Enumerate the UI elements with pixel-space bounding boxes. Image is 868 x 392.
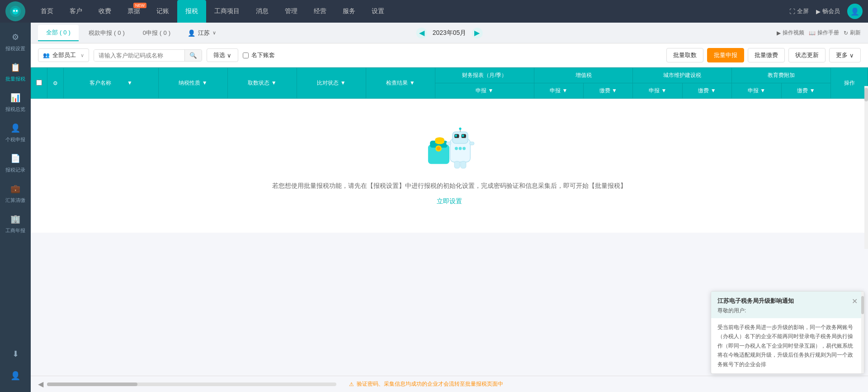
- sidebar-download[interactable]: ⬇: [0, 343, 31, 365]
- person-region-icon: 👤: [188, 29, 195, 37]
- nav-message[interactable]: 消息: [248, 0, 277, 23]
- tab-tax-declare[interactable]: 税款申报 ( 0 ): [80, 25, 133, 41]
- svg-rect-23: [454, 161, 460, 168]
- region-selector[interactable]: 👤 江苏 ∨: [188, 29, 216, 37]
- batch-fetch-btn[interactable]: 批量取数: [666, 48, 703, 62]
- sidebar-item-tax-overview[interactable]: 📊 报税总览: [0, 87, 31, 117]
- video-icon: ▶: [777, 30, 781, 36]
- empty-state: 若您想使用批量报税功能，请先在【报税设置】中进行报税的初始化设置，完成密码验证和…: [31, 99, 868, 233]
- scroll-left-arrow[interactable]: ◀: [38, 380, 43, 388]
- fetch-filter-icon[interactable]: ▼: [271, 80, 277, 86]
- th-client-name: 客户名称 申报 ▼: [64, 68, 159, 99]
- notification-title: 江苏电子税务局升级影响通知: [717, 297, 794, 305]
- annual-report-icon: 🏢: [9, 213, 22, 225]
- robot-illustration: [422, 126, 476, 171]
- nav-home[interactable]: 首页: [33, 0, 61, 23]
- top-navigation: 首页 客户 收费 票据 NEW 记账 报税 工商项目 消息 管理 经营 服务 设…: [0, 0, 868, 23]
- nav-client[interactable]: 客户: [61, 0, 90, 23]
- sidebar-item-annual-report[interactable]: 🏢 工商年报: [0, 208, 31, 239]
- compare-filter-icon[interactable]: ▼: [340, 80, 346, 86]
- fullscreen-icon: ⛶: [789, 8, 795, 15]
- vertical-scroll-thumb[interactable]: [864, 88, 868, 101]
- client-filter-icon[interactable]: ▼: [127, 80, 132, 86]
- svg-point-9: [435, 137, 444, 142]
- user-icon: 👤: [9, 369, 22, 382]
- account-checkbox-label[interactable]: 名下账套: [243, 51, 275, 59]
- notification-scroll-thumb[interactable]: [861, 296, 864, 314]
- financial-declare-filter[interactable]: ▼: [488, 87, 494, 94]
- notification-close-btn[interactable]: ✕: [852, 297, 858, 306]
- data-table-wrapper: ⚙ 客户名称 申报 ▼ 纳税性质 ▼ 取数状态 ▼: [31, 67, 868, 233]
- date-navigation: ◀ 2023年05月 ▶: [416, 28, 483, 38]
- svg-point-17: [459, 128, 461, 130]
- edu-pay-filter[interactable]: ▼: [810, 87, 815, 94]
- data-table: ⚙ 客户名称 申报 ▼ 纳税性质 ▼ 取数状态 ▼: [31, 67, 868, 233]
- sidebar-item-settlement[interactable]: 💼 汇算清缴: [0, 178, 31, 208]
- employee-icon: 👥: [43, 52, 50, 58]
- tab-zero-declare[interactable]: 0申报 ( 0 ): [135, 25, 179, 41]
- tab-group: 全部 ( 0 ) 税款申报 ( 0 ) 0申报 ( 0 ) 👤 江苏 ∨: [38, 25, 216, 41]
- employee-select[interactable]: 👥 全部员工 ∨: [38, 48, 89, 62]
- sidebar-item-personal-tax[interactable]: 👤 个税申报: [0, 117, 31, 148]
- operation-video-btn[interactable]: ▶ 操作视频: [777, 29, 804, 37]
- refresh-btn[interactable]: ↻ 刷新: [844, 29, 861, 37]
- sidebar-item-tax-settings[interactable]: ⚙ 报税设置: [0, 26, 31, 57]
- nav-business[interactable]: 工商项目: [206, 0, 248, 23]
- refresh-icon: ↻: [844, 30, 848, 36]
- date-prev-btn[interactable]: ◀: [416, 28, 427, 38]
- sidebar-item-batch-tax[interactable]: 📋 批量报税: [0, 57, 31, 87]
- batch-declare-btn[interactable]: 批量申报: [707, 48, 744, 62]
- check-filter-icon[interactable]: ▼: [410, 80, 415, 86]
- date-next-btn[interactable]: ▶: [472, 28, 482, 38]
- nav-tax[interactable]: 报税: [177, 0, 206, 23]
- nav-billing[interactable]: 收费: [90, 0, 119, 23]
- nav-service[interactable]: 服务: [335, 0, 363, 23]
- gear-icon[interactable]: ⚙: [53, 80, 58, 86]
- nav-items: 首页 客户 收费 票据 NEW 记账 报税 工商项目 消息 管理 经营 服务 设…: [33, 0, 789, 23]
- tab-all[interactable]: 全部 ( 0 ): [38, 25, 79, 41]
- tax-type-filter-icon[interactable]: ▼: [202, 80, 208, 86]
- batch-tax-icon: 📋: [9, 61, 22, 74]
- svg-point-20: [455, 147, 458, 150]
- search-button[interactable]: 🔍: [184, 50, 202, 61]
- nav-settings[interactable]: 设置: [363, 0, 392, 23]
- main-content: 全部 ( 0 ) 税款申报 ( 0 ) 0申报 ( 0 ) 👤 江苏 ∨: [31, 23, 868, 392]
- th-tax-type: 纳税性质 ▼: [158, 68, 227, 99]
- setup-link[interactable]: 立即设置: [437, 197, 462, 206]
- nav-invoice[interactable]: 票据 NEW: [119, 0, 148, 23]
- nav-operation[interactable]: 经营: [306, 0, 335, 23]
- nav-management[interactable]: 管理: [277, 0, 306, 23]
- edu-declare-filter[interactable]: ▼: [760, 87, 765, 94]
- sidebar-bottom: ⬇ 👤: [0, 343, 31, 392]
- horizontal-scroll-track[interactable]: [47, 382, 336, 386]
- th-compare-status: 比对状态 ▼: [297, 68, 366, 99]
- filter-button[interactable]: 筛选 ∨: [207, 48, 238, 62]
- member-btn[interactable]: ▶ 畅会员: [816, 7, 840, 15]
- user-avatar[interactable]: 👤: [847, 4, 863, 19]
- th-education-surcharge: 教育费附加: [732, 68, 831, 83]
- fullscreen-btn[interactable]: ⛶ 全屏: [789, 7, 809, 15]
- batch-pay-btn[interactable]: 批量缴费: [748, 48, 785, 62]
- select-all-checkbox[interactable]: [36, 80, 42, 86]
- status-update-btn[interactable]: 状态更新: [788, 48, 826, 62]
- vat-pay-filter[interactable]: ▼: [612, 87, 617, 94]
- urban-declare-filter[interactable]: ▼: [661, 87, 666, 94]
- horizontal-scroll-thumb[interactable]: [47, 382, 137, 386]
- svg-rect-19: [470, 142, 474, 145]
- notification-scrollbar[interactable]: [861, 292, 864, 373]
- sidebar-user[interactable]: 👤: [0, 365, 31, 387]
- search-input[interactable]: [94, 50, 184, 61]
- more-btn[interactable]: 更多 ∨: [829, 48, 861, 62]
- vertical-scrollbar[interactable]: [864, 86, 868, 249]
- th-financial-report: 财务报表（月/季）: [435, 68, 534, 83]
- operation-manual-btn[interactable]: 📖 操作手册: [809, 29, 839, 37]
- manual-icon: 📖: [809, 30, 816, 36]
- vat-declare-filter[interactable]: ▼: [562, 87, 568, 94]
- nav-accounting[interactable]: 记账: [148, 0, 177, 23]
- urban-pay-filter[interactable]: ▼: [711, 87, 716, 94]
- sidebar-item-tax-records[interactable]: 📄 报税记录: [0, 148, 31, 178]
- member-icon: ▶: [816, 8, 821, 15]
- notification-header: 江苏电子税务局升级影响通知 尊敬的用户: ✕: [711, 292, 864, 318]
- th-check-result: 检查结果 ▼: [366, 68, 435, 99]
- account-checkbox[interactable]: [243, 53, 249, 58]
